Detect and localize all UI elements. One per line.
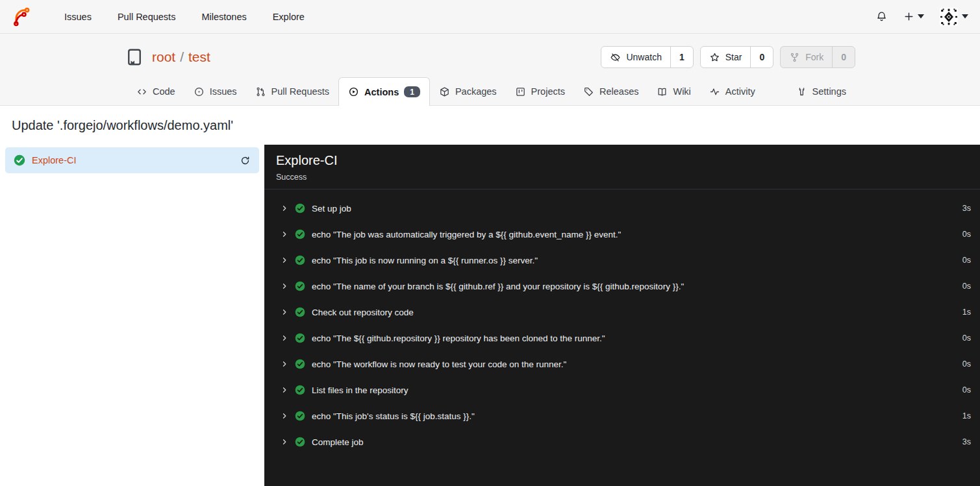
step-name: echo "The ${{ github.repository }} repos…	[312, 334, 605, 343]
fork-label: Fork	[805, 52, 823, 62]
repo-tabs: Code Issues Pull Requests Actions 1 Pack…	[125, 77, 855, 105]
top-navbar: Issues Pull Requests Milestones Explore	[0, 0, 980, 34]
step-list: Set up job 3s echo "The job was automati…	[264, 189, 980, 455]
page-title: Update '.forgejo/workflows/demo.yaml'	[12, 118, 233, 133]
step-row[interactable]: echo "The ${{ github.repository }} repos…	[264, 325, 980, 351]
tab-actions-label: Actions	[364, 87, 399, 97]
create-new-button[interactable]	[903, 11, 924, 22]
step-row[interactable]: Set up job 3s	[264, 195, 980, 221]
success-check-icon	[14, 154, 25, 166]
nav-issues[interactable]: Issues	[51, 0, 105, 34]
step-name: Set up job	[312, 204, 351, 213]
job-log-panel: Explore-CI Success Set up job 3s echo "T…	[264, 145, 980, 486]
chevron-right-icon[interactable]	[281, 412, 288, 420]
tab-pull-requests[interactable]: Pull Requests	[246, 78, 338, 105]
user-avatar[interactable]	[940, 8, 958, 26]
tab-projects[interactable]: Projects	[506, 78, 574, 105]
check-circle-icon	[295, 229, 305, 239]
tab-code[interactable]: Code	[127, 78, 184, 105]
step-row[interactable]: List files in the repository 0s	[264, 377, 980, 403]
step-duration: 0s	[952, 282, 971, 291]
star-button[interactable]: Star 0	[700, 46, 773, 68]
actions-count-badge: 1	[404, 86, 420, 97]
repo-name-link[interactable]: test	[188, 49, 210, 65]
step-row[interactable]: echo "The job was automatically triggere…	[264, 221, 980, 247]
check-circle-icon	[295, 281, 305, 291]
tab-issues[interactable]: Issues	[184, 78, 246, 105]
fork-button[interactable]: Fork 0	[780, 46, 855, 68]
job-list-item-explore-ci[interactable]: Explore-CI	[5, 147, 259, 173]
tab-activity[interactable]: Activity	[700, 78, 764, 105]
check-circle-icon	[295, 385, 305, 395]
tab-settings[interactable]: Settings	[787, 78, 855, 105]
tab-releases-label: Releases	[599, 86, 638, 97]
repo-header: root / test Unwatch 1	[0, 34, 980, 106]
chevron-right-icon[interactable]	[281, 386, 288, 394]
pull-request-icon	[255, 86, 266, 97]
rerun-refresh-icon[interactable]	[240, 155, 251, 166]
star-icon	[709, 52, 720, 63]
check-circle-icon	[295, 255, 305, 265]
chevron-right-icon[interactable]	[281, 204, 288, 212]
nav-milestones[interactable]: Milestones	[188, 0, 259, 34]
play-circle-icon	[348, 86, 359, 97]
repo-owner-link[interactable]: root	[152, 49, 175, 65]
step-row[interactable]: echo "The workflow is now ready to test …	[264, 351, 980, 377]
tab-pull-requests-label: Pull Requests	[271, 86, 329, 97]
tab-packages[interactable]: Packages	[430, 78, 506, 105]
step-name: echo "The name of your branch is ${{ git…	[312, 282, 684, 291]
chevron-right-icon[interactable]	[281, 334, 288, 342]
tab-packages-label: Packages	[455, 86, 497, 97]
step-name: List files in the repository	[312, 385, 408, 395]
check-circle-icon	[295, 307, 305, 317]
step-name: Complete job	[312, 437, 364, 447]
chevron-down-icon	[962, 14, 968, 19]
step-row[interactable]: echo "This job is now running on a ${{ r…	[264, 247, 980, 273]
chevron-right-icon[interactable]	[281, 360, 288, 368]
chevron-right-icon[interactable]	[281, 230, 288, 238]
code-icon	[136, 86, 147, 97]
breadcrumb-separator: /	[180, 49, 184, 65]
tab-activity-label: Activity	[725, 86, 755, 97]
forgejo-logo-icon[interactable]	[12, 6, 33, 27]
check-circle-icon	[295, 411, 305, 421]
chevron-right-icon[interactable]	[281, 256, 288, 264]
nav-pull-requests[interactable]: Pull Requests	[105, 0, 188, 34]
step-name: echo "The job was automatically triggere…	[312, 230, 621, 239]
watch-count[interactable]: 1	[670, 47, 693, 67]
step-row[interactable]: Complete job 3s	[264, 429, 980, 455]
package-icon	[439, 86, 450, 97]
repo-breadcrumb: root / test	[152, 49, 210, 65]
step-duration: 3s	[952, 204, 971, 213]
step-duration: 0s	[952, 256, 971, 265]
unwatch-label: Unwatch	[626, 52, 661, 62]
nav-explore[interactable]: Explore	[260, 0, 318, 34]
step-row[interactable]: Check out repository code 1s	[264, 299, 980, 325]
step-name: echo "This job's status is ${{ job.statu…	[312, 411, 475, 421]
tab-issues-label: Issues	[210, 86, 237, 97]
star-label: Star	[725, 52, 742, 62]
check-circle-icon	[295, 437, 305, 447]
chevron-right-icon[interactable]	[281, 308, 288, 316]
step-row[interactable]: echo "This job's status is ${{ job.statu…	[264, 403, 980, 429]
tab-wiki[interactable]: Wiki	[647, 78, 699, 105]
step-duration: 0s	[952, 334, 971, 343]
step-duration: 0s	[952, 359, 971, 369]
user-menu[interactable]	[940, 8, 968, 26]
tab-releases[interactable]: Releases	[574, 78, 647, 105]
step-duration: 0s	[952, 385, 971, 395]
issue-circle-icon	[194, 86, 205, 97]
run-title-bar: Update '.forgejo/workflows/demo.yaml'	[0, 106, 980, 145]
open-book-icon	[657, 86, 668, 97]
notifications-bell-icon[interactable]	[875, 10, 888, 23]
star-count[interactable]: 0	[750, 47, 773, 67]
chevron-right-icon[interactable]	[281, 282, 288, 290]
step-row[interactable]: echo "The name of your branch is ${{ git…	[264, 273, 980, 299]
tab-actions[interactable]: Actions 1	[338, 77, 430, 106]
job-log-header: Explore-CI Success	[264, 145, 980, 189]
tab-code-label: Code	[153, 86, 175, 97]
job-status: Success	[276, 173, 968, 182]
job-name: Explore-CI	[32, 155, 77, 165]
chevron-right-icon[interactable]	[281, 438, 288, 446]
unwatch-button[interactable]: Unwatch 1	[601, 46, 693, 68]
